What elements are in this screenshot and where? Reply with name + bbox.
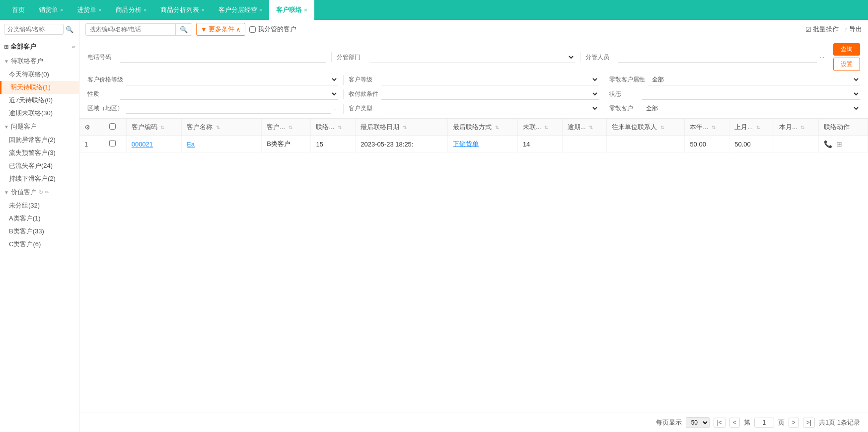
sort-icon: ⇅: [289, 125, 292, 130]
customer-type-select[interactable]: [381, 103, 599, 114]
last-page-button[interactable]: >|: [803, 418, 815, 428]
dept-select[interactable]: [369, 52, 576, 63]
nav-customer-tier[interactable]: 客户分层经营 ×: [212, 0, 269, 20]
separator: [343, 104, 344, 114]
filter-customer-type: 客户类型: [349, 103, 599, 114]
row-checkbox[interactable]: [109, 140, 116, 146]
region-input[interactable]: [126, 103, 331, 114]
close-icon[interactable]: ×: [144, 7, 146, 13]
close-icon[interactable]: ×: [98, 7, 101, 13]
refresh-icon[interactable]: ↻: [39, 189, 43, 196]
customer-name-link[interactable]: Ea: [187, 141, 195, 148]
sidebar-item-ungrouped[interactable]: 未分组(32): [0, 199, 79, 212]
sidebar-item-7day-contact[interactable]: 近7天待联络(0): [0, 94, 79, 107]
prev-page-button[interactable]: <: [729, 418, 740, 428]
payment-select[interactable]: [381, 88, 599, 100]
col-header-unlinked[interactable]: 未联... ⇅: [517, 119, 562, 136]
search-icon[interactable]: 🔍: [66, 26, 73, 33]
sort-icon: ⇅: [495, 125, 499, 130]
nature-select[interactable]: [120, 88, 338, 100]
col-header-last-method[interactable]: 最后联络方式 ⇅: [448, 119, 518, 136]
nav-product-analysis[interactable]: 商品分析 ×: [109, 0, 153, 20]
search-input[interactable]: [86, 24, 175, 35]
my-customers-checkbox-label[interactable]: 我分管的客户: [249, 25, 296, 34]
sort-icon: ⇅: [160, 125, 164, 130]
my-customers-checkbox[interactable]: [249, 26, 256, 33]
chevron-down-icon: ▼: [4, 124, 9, 130]
sidebar-item-repurchase-abnormal[interactable]: 回购异常客户(2): [0, 134, 79, 146]
person-input[interactable]: [618, 52, 817, 63]
cell-last-month: 50.00: [729, 136, 774, 152]
customer-level-select[interactable]: [381, 74, 599, 85]
phone-input[interactable]: [120, 52, 326, 63]
search-button[interactable]: 🔍: [175, 24, 192, 35]
batch-operation-button[interactable]: ☑ 批量操作: [805, 25, 839, 34]
phone-action-icon[interactable]: 📞: [824, 140, 832, 148]
nav-product-analysis-list[interactable]: 商品分析列表 ×: [153, 0, 211, 20]
table-row: 1 000021 Ea B类客户: [79, 136, 868, 152]
sort-icon: ⇅: [338, 125, 342, 130]
grid-action-icon[interactable]: ⊞: [836, 140, 842, 148]
sidebar-item-overdue-contact[interactable]: 逾期未联络(30): [0, 107, 79, 120]
sidebar-group-value[interactable]: ▼ 价值客户 ↻ ✏: [0, 185, 79, 199]
person-more-icon[interactable]: ···: [820, 54, 824, 60]
collapse-icon[interactable]: «: [72, 44, 75, 50]
cell-num: 1: [79, 136, 104, 152]
query-button[interactable]: 查询: [833, 43, 860, 56]
sidebar-group-problem[interactable]: ▼ 问题客户: [0, 120, 79, 134]
retail-select[interactable]: 全部: [642, 103, 860, 114]
col-header-name[interactable]: 客户名称 ⇅: [182, 119, 262, 136]
col-header-last-month[interactable]: 上月... ⇅: [729, 119, 774, 136]
sidebar-search-input[interactable]: [4, 24, 64, 35]
sidebar-item-tomorrow-contact[interactable]: 明天待联络(1): [0, 81, 79, 94]
sidebar-item-c-class[interactable]: C类客户(6): [0, 238, 79, 251]
nav-purchase[interactable]: 进货单 ×: [70, 0, 108, 20]
col-header-type[interactable]: 客户... ⇅: [262, 119, 311, 136]
col-header-code[interactable]: 客户编码 ⇅: [126, 119, 182, 136]
nav-customer-contact[interactable]: 客户联络 ×: [269, 0, 314, 20]
price-level-select[interactable]: [126, 74, 338, 85]
price-level-label: 客户价格等级: [87, 75, 123, 84]
page-number-input[interactable]: [754, 418, 774, 428]
col-header-last-date[interactable]: 最后联络日期 ⇅: [356, 119, 448, 136]
last-method-link[interactable]: 下销货单: [453, 140, 479, 147]
next-page-button[interactable]: >: [789, 418, 799, 428]
customer-code-link[interactable]: 000021: [132, 141, 153, 148]
sidebar-item-declining[interactable]: 持续下滑客户(2): [0, 172, 79, 185]
col-header-contacts[interactable]: 联络... ⇅: [311, 119, 356, 136]
close-icon[interactable]: ×: [259, 7, 262, 13]
region-more-icon[interactable]: ···: [334, 106, 338, 112]
col-header-person[interactable]: 往来单位联系人 ⇅: [607, 119, 685, 136]
sidebar-item-churned[interactable]: 已流失客户(24): [0, 159, 79, 172]
sidebar-group-pending[interactable]: ▼ 待联络客户: [0, 54, 79, 68]
toolbar-right: ☑ 批量操作 ↑ 导出: [805, 25, 863, 34]
col-header-overdue[interactable]: 逾期... ⇅: [562, 119, 607, 136]
select-all-checkbox[interactable]: [109, 123, 116, 130]
col-header-this-year[interactable]: 本年... ⇅: [685, 119, 729, 136]
sidebar-item-b-class[interactable]: B类客户(33): [0, 225, 79, 238]
col-header-this-month[interactable]: 本月... ⇅: [774, 119, 818, 136]
sidebar-item-today-contact[interactable]: 今天待联络(0): [0, 68, 79, 81]
nav-sales[interactable]: 销货单 ×: [32, 0, 70, 20]
sidebar-item-churn-warning[interactable]: 流失预警客户(3): [0, 146, 79, 159]
sort-icon: ⇅: [216, 125, 220, 130]
filter-price-level: 客户价格等级: [87, 74, 338, 85]
nav-home[interactable]: 首页: [5, 0, 32, 20]
filter-region: 区域（地区） ···: [87, 103, 338, 114]
close-icon[interactable]: ×: [304, 7, 307, 13]
filter-dept: 分管部门: [337, 52, 576, 63]
status-select[interactable]: [642, 88, 860, 100]
sidebar-item-a-class[interactable]: A类客户(1): [0, 212, 79, 225]
more-filter-button[interactable]: ▼ 更多条件 ∧: [196, 23, 245, 36]
export-button[interactable]: ↑ 导出: [845, 25, 863, 34]
retail-attr-label: 零散客户属性: [609, 75, 645, 84]
edit-icon[interactable]: ✏: [45, 189, 49, 196]
retail-attr-select[interactable]: 全部: [648, 74, 860, 85]
close-icon[interactable]: ×: [60, 7, 63, 13]
close-icon[interactable]: ×: [201, 7, 204, 13]
per-page-select[interactable]: 50: [686, 417, 710, 428]
filter-actions: 查询 设置: [833, 43, 860, 71]
first-page-button[interactable]: |<: [714, 418, 725, 428]
settings-button[interactable]: 设置: [833, 58, 860, 71]
settings-icon[interactable]: ⚙: [84, 124, 90, 131]
